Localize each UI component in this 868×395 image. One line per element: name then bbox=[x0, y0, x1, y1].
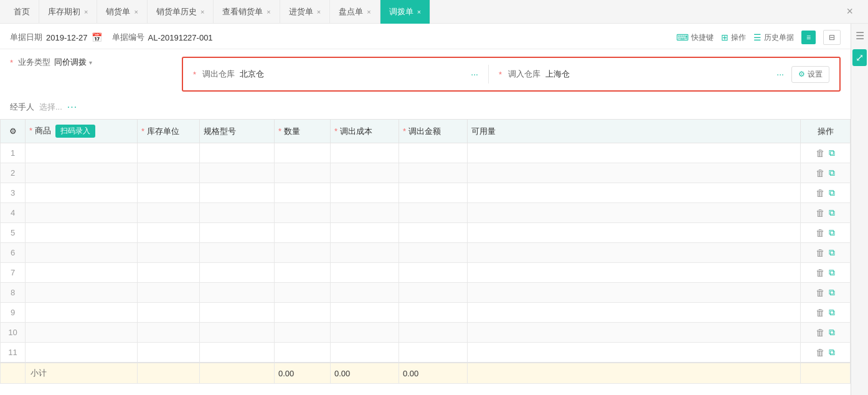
tab-sales-order[interactable]: 销货单 × bbox=[97, 0, 147, 24]
cell-cost[interactable] bbox=[331, 143, 399, 163]
layout-btn-1[interactable]: ≡ bbox=[801, 31, 816, 44]
cell-spec[interactable] bbox=[200, 243, 275, 263]
cell-unit[interactable] bbox=[138, 143, 200, 163]
cell-product[interactable] bbox=[26, 263, 138, 283]
shortcut-action[interactable]: ⌨ 快捷键 bbox=[676, 32, 714, 43]
copy-icon[interactable]: ⧉ bbox=[829, 168, 835, 178]
cell-spec[interactable] bbox=[200, 263, 275, 283]
cell-qty[interactable] bbox=[275, 243, 331, 263]
cell-unit[interactable] bbox=[138, 203, 200, 223]
copy-icon[interactable]: ⧉ bbox=[829, 207, 835, 218]
delete-icon[interactable]: 🗑 bbox=[816, 148, 825, 158]
copy-icon[interactable]: ⧉ bbox=[829, 267, 835, 278]
cell-spec[interactable] bbox=[200, 223, 275, 243]
close-inventory-check[interactable]: × bbox=[367, 8, 370, 16]
business-type-dropdown[interactable]: 同价调拨 ▾ bbox=[54, 57, 92, 68]
close-transfer[interactable]: × bbox=[417, 8, 421, 16]
close-sales-order[interactable]: × bbox=[134, 8, 138, 16]
cell-product[interactable] bbox=[26, 283, 138, 303]
cell-amount[interactable] bbox=[399, 263, 468, 283]
copy-icon[interactable]: ⧉ bbox=[829, 188, 835, 198]
cell-unit[interactable] bbox=[138, 283, 200, 303]
table-gear-icon[interactable]: ⚙ bbox=[9, 126, 17, 136]
delete-icon[interactable]: 🗑 bbox=[816, 267, 825, 278]
delete-icon[interactable]: 🗑 bbox=[816, 207, 825, 218]
cell-spec[interactable] bbox=[200, 283, 275, 303]
cell-product[interactable] bbox=[26, 223, 138, 243]
copy-icon[interactable]: ⧉ bbox=[829, 287, 835, 298]
cell-cost[interactable] bbox=[331, 203, 399, 223]
sidebar-list-icon[interactable]: ☰ bbox=[853, 27, 867, 44]
cell-spec[interactable] bbox=[200, 163, 275, 183]
cell-unit[interactable] bbox=[138, 263, 200, 283]
cell-qty[interactable] bbox=[275, 283, 331, 303]
cell-product[interactable] bbox=[26, 163, 138, 183]
cell-amount[interactable] bbox=[399, 203, 468, 223]
cell-amount[interactable] bbox=[399, 323, 468, 343]
copy-icon[interactable]: ⧉ bbox=[829, 247, 835, 258]
cell-product[interactable] bbox=[26, 243, 138, 263]
cell-product[interactable] bbox=[26, 183, 138, 203]
cell-amount[interactable] bbox=[399, 303, 468, 323]
cell-cost[interactable] bbox=[331, 263, 399, 283]
cell-qty[interactable] bbox=[275, 203, 331, 223]
tab-view-sales[interactable]: 查看销货单 × bbox=[214, 0, 280, 24]
cell-product[interactable] bbox=[26, 343, 138, 363]
copy-icon[interactable]: ⧉ bbox=[829, 347, 835, 358]
tab-purchase[interactable]: 进货单 × bbox=[280, 0, 330, 24]
cell-amount[interactable] bbox=[399, 223, 468, 243]
delete-icon[interactable]: 🗑 bbox=[816, 188, 825, 198]
calendar-icon[interactable]: 📅 bbox=[92, 32, 102, 42]
copy-icon[interactable]: ⧉ bbox=[829, 148, 835, 158]
cell-unit[interactable] bbox=[138, 163, 200, 183]
warehouse-in-more-btn[interactable]: ··· bbox=[776, 69, 784, 79]
tab-inventory-init[interactable]: 库存期初 × bbox=[39, 0, 97, 24]
cell-amount[interactable] bbox=[399, 343, 468, 363]
cell-product[interactable] bbox=[26, 143, 138, 163]
cell-product[interactable] bbox=[26, 303, 138, 323]
tab-sales-history[interactable]: 销货单历史 × bbox=[148, 0, 214, 24]
person-dropdown[interactable]: 选择... bbox=[39, 102, 62, 113]
cell-spec[interactable] bbox=[200, 183, 275, 203]
cell-cost[interactable] bbox=[331, 223, 399, 243]
cell-qty[interactable] bbox=[275, 183, 331, 203]
close-sales-history[interactable]: × bbox=[200, 8, 204, 16]
delete-icon[interactable]: 🗑 bbox=[816, 347, 825, 358]
cell-product[interactable] bbox=[26, 203, 138, 223]
close-inventory-init[interactable]: × bbox=[84, 8, 88, 16]
cell-unit[interactable] bbox=[138, 343, 200, 363]
cell-qty[interactable] bbox=[275, 323, 331, 343]
cell-spec[interactable] bbox=[200, 303, 275, 323]
cell-unit[interactable] bbox=[138, 183, 200, 203]
copy-icon[interactable]: ⧉ bbox=[829, 307, 835, 318]
cell-unit[interactable] bbox=[138, 323, 200, 343]
cell-cost[interactable] bbox=[331, 243, 399, 263]
cell-qty[interactable] bbox=[275, 223, 331, 243]
cell-unit[interactable] bbox=[138, 223, 200, 243]
copy-icon[interactable]: ⧉ bbox=[829, 327, 835, 338]
cell-spec[interactable] bbox=[200, 203, 275, 223]
cell-qty[interactable] bbox=[275, 303, 331, 323]
warehouse-out-more-btn[interactable]: ··· bbox=[471, 69, 478, 79]
settings-button[interactable]: ⚙ 设置 bbox=[791, 66, 829, 83]
delete-icon[interactable]: 🗑 bbox=[816, 247, 825, 258]
layout-btn-2[interactable]: ⊟ bbox=[823, 30, 841, 45]
delete-icon[interactable]: 🗑 bbox=[816, 227, 825, 238]
cell-cost[interactable] bbox=[331, 323, 399, 343]
cell-qty[interactable] bbox=[275, 143, 331, 163]
cell-amount[interactable] bbox=[399, 143, 468, 163]
cell-qty[interactable] bbox=[275, 163, 331, 183]
copy-icon[interactable]: ⧉ bbox=[829, 227, 835, 238]
cell-cost[interactable] bbox=[331, 163, 399, 183]
close-window-btn[interactable]: × bbox=[841, 2, 858, 20]
tab-homepage[interactable]: 首页 bbox=[5, 0, 39, 24]
cell-amount[interactable] bbox=[399, 183, 468, 203]
cell-cost[interactable] bbox=[331, 183, 399, 203]
cell-cost[interactable] bbox=[331, 343, 399, 363]
cell-cost[interactable] bbox=[331, 303, 399, 323]
cell-product[interactable] bbox=[26, 323, 138, 343]
tab-inventory-check[interactable]: 盘点单 × bbox=[330, 0, 380, 24]
cell-amount[interactable] bbox=[399, 163, 468, 183]
sidebar-expand-icon[interactable]: ⤢ bbox=[852, 49, 867, 66]
scan-button[interactable]: 扫码录入 bbox=[55, 125, 95, 138]
